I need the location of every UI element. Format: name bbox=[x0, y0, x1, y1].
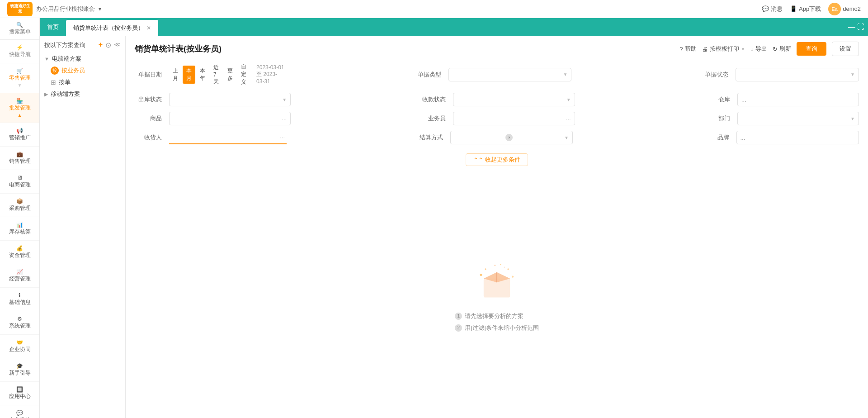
date-tab-more[interactable]: 更多 bbox=[224, 66, 236, 84]
goods-select[interactable]: ··· bbox=[169, 112, 291, 125]
date-tab-7days[interactable]: 近7天 bbox=[210, 62, 223, 87]
sidebar-item-finance[interactable]: 💰 资金管理 bbox=[0, 241, 39, 264]
collapse-panel-button[interactable]: ≪ bbox=[114, 41, 121, 49]
collapse-button[interactable]: ⌃⌃ 收起更多条件 bbox=[466, 153, 528, 166]
receiver-input[interactable] bbox=[171, 130, 278, 144]
sidebar-item-purchase[interactable]: 📦 采购管理 bbox=[0, 194, 39, 217]
report-tab-label: 销货单统计表（按业务员） bbox=[73, 24, 144, 32]
app-download-button[interactable]: 📱 App下载 bbox=[790, 5, 821, 13]
brand-label: 品牌 bbox=[702, 133, 729, 142]
doctype-label: 单据类型 bbox=[414, 71, 441, 79]
sidebar-item-apps[interactable]: 🔲 应用中心 bbox=[0, 382, 39, 405]
settlement-select[interactable]: × ▼ bbox=[450, 131, 573, 144]
tree-byorder[interactable]: ⊞ 按单 bbox=[40, 76, 125, 88]
sidebar-newbie-label: 新手引导 bbox=[2, 369, 38, 377]
sidebar-item-sales[interactable]: 💼 销售管理 bbox=[0, 147, 39, 170]
settlement-clear-button[interactable]: × bbox=[505, 134, 513, 141]
export-label: 导出 bbox=[755, 45, 767, 53]
sidebar-item-newbie[interactable]: 🎓 新手引导 bbox=[0, 358, 39, 382]
sidebar-ecommerce-label: 电商管理 bbox=[2, 181, 38, 189]
tree-salesperson[interactable]: 按 按业务员 bbox=[40, 65, 125, 76]
collapse-chevron-icon: ⌃⌃ bbox=[473, 157, 483, 163]
docstatus-select[interactable]: ▼ bbox=[736, 68, 859, 81]
setting-button[interactable]: 设置 bbox=[832, 42, 859, 56]
sidebar-item-quicknav[interactable]: ⚡ 快捷导航 bbox=[0, 40, 39, 63]
salesperson-dots-icon[interactable]: ··· bbox=[566, 115, 571, 122]
tip-num-2: 2 bbox=[455, 324, 462, 332]
tree-mobile[interactable]: ▶ 移动端方案 bbox=[40, 88, 125, 100]
receiptstatus-select[interactable]: ▼ bbox=[453, 93, 575, 106]
sidebar-wechat-label: 企业微信 bbox=[2, 416, 38, 418]
date-tab-last-month[interactable]: 上月 bbox=[169, 66, 182, 84]
refresh-button[interactable]: ↻ 刷新 bbox=[773, 45, 791, 53]
collapse-label: 收起更多条件 bbox=[485, 156, 520, 164]
tip-item-1: 1 请先选择要分析的方案 bbox=[455, 310, 538, 322]
salesperson-select[interactable]: ··· bbox=[453, 112, 575, 125]
edit-scheme-button[interactable]: ⊙ bbox=[105, 41, 111, 49]
marketing-icon: 📢 bbox=[2, 128, 38, 134]
warehouse-label: 仓库 bbox=[703, 95, 730, 104]
help-label: 帮助 bbox=[685, 45, 697, 53]
svg-point-5 bbox=[485, 268, 486, 270]
top-bar-right: 💬 消息 📱 App下载 Ea demo2 bbox=[762, 3, 861, 15]
page-header-top: 销货单统计表(按业务员) ? 帮助 🖨 按模板打印 ▼ bbox=[135, 42, 859, 56]
operation-icon: 📈 bbox=[2, 269, 38, 275]
page-title: 销货单统计表(按业务员) bbox=[135, 43, 222, 54]
sidebar-item-search[interactable]: 🔍 搜索菜单 bbox=[0, 18, 39, 40]
right-panel: 销货单统计表(按业务员) ? 帮助 🖨 按模板打印 ▼ bbox=[126, 36, 868, 418]
export-button[interactable]: ↓ 导出 bbox=[751, 45, 768, 53]
retail-icon: 🛒 bbox=[2, 68, 38, 74]
doctype-select[interactable]: ▼ bbox=[448, 68, 572, 81]
query-button[interactable]: 查询 bbox=[797, 42, 826, 56]
page-content: 按以下方案查询 + ⊙ ≪ ▼ 电脑端方案 按 按业务员 bbox=[40, 36, 868, 418]
sidebar-sales-label: 销售管理 bbox=[2, 157, 38, 165]
tab-minimize-icon[interactable]: — bbox=[848, 23, 855, 31]
sidebar-item-corp[interactable]: 🤝 企业协同 bbox=[0, 335, 39, 358]
brand-value: ... bbox=[741, 134, 745, 141]
sidebar-retail-label: 零售管理 bbox=[2, 74, 38, 82]
filter-row-1: 单据日期 上月 本月 本年 近7天 更多 自定义 2023-03-01 至 20… bbox=[135, 62, 859, 87]
goods-label: 商品 bbox=[135, 114, 162, 123]
left-panel-actions: + ⊙ ≪ bbox=[99, 41, 121, 49]
print-dropdown-icon[interactable]: ▼ bbox=[741, 47, 745, 52]
sidebar-item-retail[interactable]: 🛒 零售管理 ▼ bbox=[0, 63, 39, 93]
add-scheme-button[interactable]: + bbox=[99, 41, 103, 49]
sidebar-item-wechat[interactable]: 💬 企业微信 bbox=[0, 405, 39, 418]
outstatus-select[interactable]: ▼ bbox=[169, 93, 291, 106]
tree-desktop[interactable]: ▼ 电脑端方案 bbox=[40, 53, 125, 65]
tip-num-1: 1 bbox=[455, 313, 462, 320]
tab-bar: 首页 销货单统计表（按业务员） ✕ — ⛶ bbox=[40, 18, 868, 36]
tab-maximize-icon[interactable]: ⛶ bbox=[857, 23, 864, 31]
print-template-button[interactable]: 🖨 按模板打印 ▼ bbox=[702, 45, 745, 53]
empty-tips: 1 请先选择要分析的方案 2 用[过滤]条件来缩小分析范围 bbox=[455, 310, 538, 334]
goods-dots-icon[interactable]: ··· bbox=[282, 115, 287, 122]
warehouse-select[interactable]: ... bbox=[737, 93, 859, 106]
tab-home[interactable]: 首页 bbox=[40, 18, 66, 36]
left-panel-header: 按以下方案查询 + ⊙ ≪ bbox=[40, 41, 125, 53]
tab-close-button[interactable]: ✕ bbox=[146, 25, 151, 31]
message-button[interactable]: 💬 消息 bbox=[762, 5, 783, 13]
department-select[interactable]: ▼ bbox=[737, 112, 859, 125]
receiver-dots-icon[interactable]: ··· bbox=[280, 134, 285, 141]
date-tab-this-year[interactable]: 本年 bbox=[196, 66, 209, 84]
sidebar-item-wholesale[interactable]: 🏪 批发管理 ▲ bbox=[0, 93, 39, 123]
brand-select[interactable]: ... bbox=[736, 131, 859, 144]
company-dropdown[interactable]: ▾ bbox=[99, 6, 101, 12]
sidebar-item-inventory[interactable]: 📊 库存核算 bbox=[0, 217, 39, 241]
apps-icon: 🔲 bbox=[2, 386, 38, 393]
avatar: Ea bbox=[828, 3, 841, 15]
date-tab-custom[interactable]: 自定义 bbox=[237, 62, 252, 87]
sidebar-item-operation[interactable]: 📈 经营管理 bbox=[0, 264, 39, 288]
tab-report[interactable]: 销货单统计表（按业务员） ✕ bbox=[66, 20, 158, 36]
receiver-input-area[interactable]: ··· bbox=[169, 131, 287, 144]
top-bar: 畅捷通好生意 办公用品行业模拟账套 ▾ 💬 消息 📱 App下载 Ea demo… bbox=[0, 0, 868, 18]
ecommerce-icon: 🖥 bbox=[2, 175, 38, 181]
help-button[interactable]: ? 帮助 bbox=[679, 45, 696, 53]
sidebar-item-system[interactable]: ⚙ 系统管理 bbox=[0, 311, 39, 335]
newbie-icon: 🎓 bbox=[2, 363, 38, 369]
sidebar-item-marketing[interactable]: 📢 营销推广 bbox=[0, 123, 39, 147]
sidebar-item-basic[interactable]: ℹ 基础信息 bbox=[0, 288, 39, 311]
user-avatar-area[interactable]: Ea demo2 bbox=[828, 3, 861, 15]
sidebar-item-ecommerce[interactable]: 🖥 电商管理 bbox=[0, 170, 39, 194]
date-tab-this-month[interactable]: 本月 bbox=[183, 66, 195, 84]
